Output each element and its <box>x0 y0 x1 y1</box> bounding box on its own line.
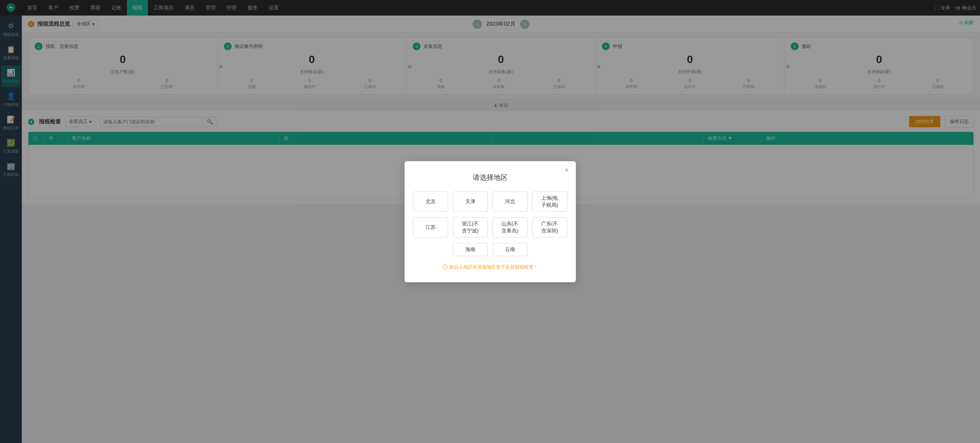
region-shanghai[interactable]: 上海(电子税局) <box>532 192 567 212</box>
region-beijing[interactable]: 北京 <box>413 192 448 212</box>
region-grid: 北京 天津 河北 上海(电子税局) 江苏 浙江(不含宁波) 山东(不含青岛) 广… <box>420 192 560 256</box>
region-shandong[interactable]: 山东(不含青岛) <box>493 217 528 237</box>
region-hainan[interactable]: 海南 <box>453 243 488 256</box>
region-row-1: 北京 天津 河北 上海(电子税局) <box>420 192 560 212</box>
modal-overlay[interactable]: × 请选择地区 北京 天津 河北 上海(电子税局) 江苏 浙江(不含宁波) 山东… <box>0 0 980 443</box>
modal-close-btn[interactable]: × <box>565 167 569 174</box>
region-tianjin[interactable]: 天津 <box>453 192 488 212</box>
region-jiangsu[interactable]: 江苏 <box>413 217 448 237</box>
region-guangdong[interactable]: 广东(不含深圳) <box>532 217 567 237</box>
region-row-2: 江苏 浙江(不含宁波) 山东(不含青岛) 广东(不含深圳) <box>420 217 560 237</box>
region-yunnan[interactable]: 云南 <box>493 243 528 256</box>
region-zhejiang[interactable]: 浙江(不含宁波) <box>453 217 488 237</box>
region-select-modal: × 请选择地区 北京 天津 河北 上海(电子税局) 江苏 浙江(不含宁波) 山东… <box>405 161 576 282</box>
region-hebei[interactable]: 河北 <box>493 192 528 212</box>
modal-title: 请选择地区 <box>420 173 560 182</box>
modal-warning: i 除以上地区外其他地区暂不支持报税检查！ <box>420 264 560 271</box>
warning-text: 除以上地区外其他地区暂不支持报税检查！ <box>449 264 538 271</box>
region-row-3: 海南 云南 <box>420 243 560 256</box>
warning-icon: i <box>442 264 448 270</box>
